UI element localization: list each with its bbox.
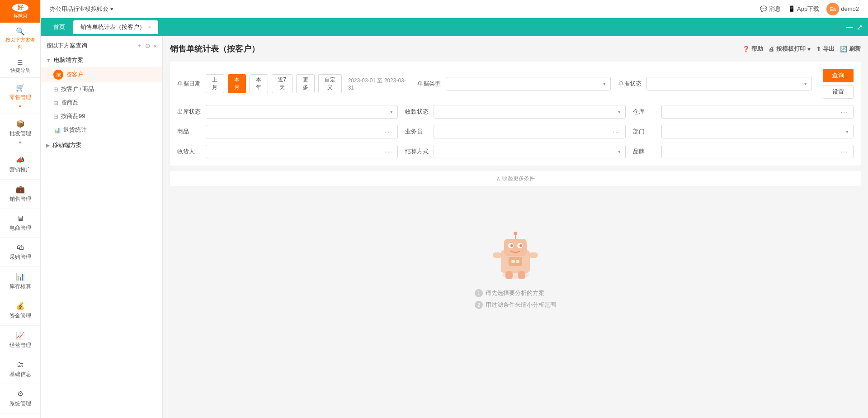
filter-card: 单据日期 上月 本月 本年 近7天 更多 自定义 2023-03-01 至 20… <box>170 62 861 166</box>
salesperson-dots: ··· <box>613 128 621 135</box>
date-btn-last-month[interactable]: 上月 <box>206 74 224 93</box>
tree-item-by-goods99-label: 按商品99 <box>61 112 85 120</box>
right-content: 销售单统计表（按客户） ❓ 帮助 🖨 按模板打印 ▾ ⬆ 导出 <box>163 36 868 418</box>
action-buttons: 查询 设置 <box>823 69 854 99</box>
delivery-filter: 出库状态 ▾ <box>177 105 398 119</box>
empty-hint-1: 1 请先选择要分析的方案 <box>475 289 556 297</box>
brand-label: 品牌 <box>633 147 658 156</box>
tab-sales-stats[interactable]: 销售单统计表（按客户） × <box>73 20 158 34</box>
help-btn[interactable]: ❓ 帮助 <box>742 45 763 53</box>
date-buttons: 上月 本月 本年 近7天 更多 自定义 <box>206 74 342 93</box>
brand-select[interactable]: ··· <box>661 145 854 158</box>
sidebar-item-operations[interactable]: 📈 经营管理 <box>0 326 40 355</box>
sidebar-item-sales-label: 销售管理 <box>9 195 31 203</box>
sidebar-item-marketing[interactable]: 📣 营销推广 <box>0 150 40 180</box>
tree-item-by-goods99[interactable]: ⊟ 按商品99 <box>41 109 162 123</box>
tree-section-mobile-arrow: ▶ <box>46 142 50 148</box>
topbar-right: 💬 消息 📱 App下载 Ea demo2 <box>760 3 859 15</box>
tree-item-by-customer-label: 按客户 <box>66 71 84 79</box>
svg-point-5 <box>510 244 513 247</box>
receiver-select[interactable]: ··· <box>206 145 398 158</box>
avatar: Ea <box>826 3 839 15</box>
set-button[interactable]: 设置 <box>823 85 854 99</box>
sidebar-item-finance[interactable]: 💰 资金管理 <box>0 296 40 326</box>
query-button[interactable]: 查询 <box>823 69 854 82</box>
dept-label: 部门 <box>633 128 658 136</box>
sidebar-item-system[interactable]: ⚙ 系统管理 <box>0 384 40 413</box>
payment-filter: 收款状态 ▾ <box>405 105 626 119</box>
salesperson-select[interactable]: ··· <box>434 125 626 138</box>
message-btn[interactable]: 💬 消息 <box>760 5 781 13</box>
sidebar-item-retail[interactable]: 🛒 零售管理 ▲ <box>0 78 40 114</box>
app-download-btn[interactable]: 📱 App下载 <box>788 5 819 13</box>
date-btn-this-year[interactable]: 本年 <box>250 74 268 93</box>
goods-select[interactable]: ··· <box>206 125 398 138</box>
sidebar-quick-nav[interactable]: ☰ 快捷导航 <box>0 55 40 78</box>
tree-item-by-goods-label: 按商品 <box>61 99 79 107</box>
sidebar-item-purchase[interactable]: 🛍 采购管理 <box>0 238 40 267</box>
date-btn-more[interactable]: 更多 <box>296 74 315 93</box>
settlement-chevron: ▾ <box>618 149 621 155</box>
tree-item-by-customer-goods[interactable]: ⊞ 按客户+商品 <box>41 82 162 96</box>
settlement-select[interactable]: ▾ <box>434 145 626 158</box>
delivery-select[interactable]: ▾ <box>206 105 398 119</box>
tab-close-icon[interactable]: × <box>148 24 151 30</box>
svg-point-15 <box>516 260 519 263</box>
print-label: 按模板打印 <box>776 45 806 53</box>
print-icon: 🖨 <box>769 46 774 52</box>
account-dropdown[interactable]: 办公用品行业模拟账套 ▾ <box>50 5 113 13</box>
date-btn-this-month[interactable]: 本月 <box>228 74 246 93</box>
app-download-label: App下载 <box>797 5 819 13</box>
panel-header: 按以下方案查询 ＋ ⊙ « <box>41 42 162 53</box>
sidebar-item-enterprise[interactable]: 🤝 企业协同 <box>0 413 40 418</box>
tree-item-by-customer[interactable]: 按 按客户 <box>41 67 162 82</box>
tab-minimize-btn[interactable]: — <box>846 23 853 31</box>
page-title-row: 销售单统计表（按客户） ❓ 帮助 🖨 按模板打印 ▾ ⬆ 导出 <box>170 43 861 54</box>
tree-item-returns[interactable]: 📊 退货统计 <box>41 123 162 137</box>
sidebar-item-sales[interactable]: 💼 销售管理 <box>0 180 40 209</box>
sidebar-item-basic[interactable]: 🗂 基础信息 <box>0 355 40 384</box>
warehouse-label: 仓库 <box>633 108 658 116</box>
goods-dots: ··· <box>385 128 393 135</box>
sidebar-item-wholesale[interactable]: 📦 批发管理 ▲ <box>0 114 40 150</box>
sidebar-item-inventory-label: 库存核算 <box>9 283 31 290</box>
finance-icon: 💰 <box>16 302 25 310</box>
tab-maximize-btn[interactable]: ⤢ <box>857 23 863 32</box>
payment-select[interactable]: ▾ <box>434 105 626 119</box>
filter-row-4: 收货人 ··· 结算方式 ▾ 品牌 <box>177 145 854 158</box>
sidebar-item-inventory[interactable]: 📊 库存核算 <box>0 267 40 296</box>
tree-item-by-customer-goods-label: 按客户+商品 <box>61 85 94 93</box>
svg-rect-11 <box>505 271 513 279</box>
panel-settings-icon[interactable]: ⊙ <box>145 42 151 49</box>
print-btn[interactable]: 🖨 按模板打印 ▾ <box>769 45 811 53</box>
help-icon: ❓ <box>742 46 750 52</box>
warehouse-select[interactable]: ··· <box>661 105 854 119</box>
sidebar-item-marketing-label: 营销推广 <box>9 166 31 174</box>
svg-rect-9 <box>493 252 502 258</box>
date-btn-custom[interactable]: 自定义 <box>318 74 342 93</box>
salesperson-filter: 业务员 ··· <box>405 125 626 138</box>
filter-row-3: 商品 ··· 业务员 ··· 部门 <box>177 125 854 138</box>
panel-collapse-icon[interactable]: « <box>153 42 157 49</box>
account-name: 办公用品行业模拟账套 <box>50 5 108 13</box>
goods-filter: 商品 ··· <box>177 125 398 138</box>
delivery-chevron: ▾ <box>390 109 393 115</box>
export-btn[interactable]: ⬆ 导出 <box>816 45 835 53</box>
collapse-bar[interactable]: ∧ 收起更多条件 <box>170 171 861 186</box>
tree-item-by-goods[interactable]: ⊟ 按商品 <box>41 96 162 109</box>
dept-select[interactable]: ▾ <box>661 125 854 138</box>
main-area: 办公用品行业模拟账套 ▾ 💬 消息 📱 App下载 Ea demo2 首页 <box>41 0 868 418</box>
sidebar-item-ecommerce[interactable]: 🖥 电商管理 <box>0 209 40 238</box>
refresh-btn[interactable]: 🔄 刷新 <box>840 45 861 53</box>
empty-illustration <box>488 228 542 282</box>
date-btn-7days[interactable]: 近7天 <box>272 74 293 93</box>
panel-add-icon[interactable]: ＋ <box>136 42 142 50</box>
tree-section-pc[interactable]: ▼ 电脑端方案 <box>41 53 162 67</box>
order-type-select[interactable]: ▾ <box>446 77 611 90</box>
tab-home[interactable]: 首页 <box>46 20 72 34</box>
user-avatar-area[interactable]: Ea demo2 <box>826 3 859 15</box>
sidebar-search[interactable]: 🔍 按以下方案查询 <box>0 23 40 55</box>
tree-section-mobile[interactable]: ▶ 移动端方案 <box>41 138 162 152</box>
order-status-select[interactable]: ▾ <box>646 77 812 90</box>
dept-filter: 部门 ▾ <box>633 125 854 138</box>
